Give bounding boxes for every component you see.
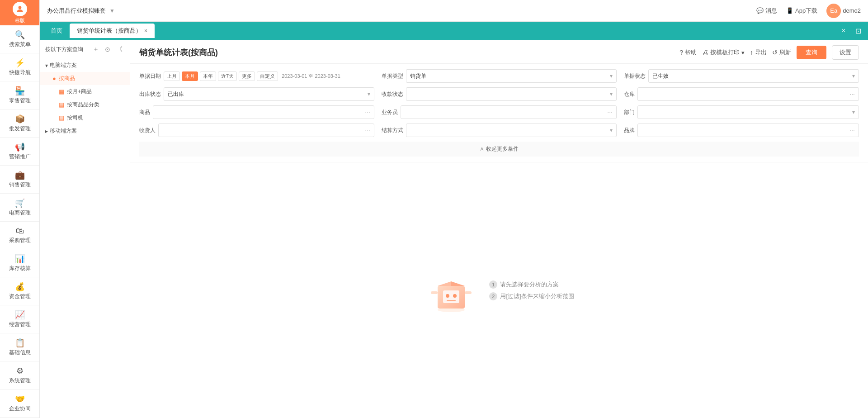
sidebar-item-quick-nav[interactable]: ⚡ 快捷导航	[0, 53, 39, 81]
collapse-filter-btn[interactable]: ∧ 收起更多条件	[139, 142, 859, 157]
payment-status-label: 收款状态	[382, 90, 403, 98]
date-btn-7days[interactable]: 近7天	[218, 71, 237, 81]
chevron-down-icon: ▾	[45, 62, 48, 69]
sidebar-item-search[interactable]: 🔍 搜索菜单	[0, 25, 39, 53]
filter-area: 单据日期 上月 本月 本年 近7天 更多 自定义 2023-03-01 至 20…	[130, 64, 868, 162]
filter-recipient: 收货人 ···	[139, 124, 374, 137]
app-download-btn[interactable]: 📱 App下载	[786, 7, 817, 15]
help-icon: ?	[679, 49, 683, 56]
sidebar-item-inventory[interactable]: 📊 库存核算	[0, 249, 39, 277]
refresh-label: 刷新	[779, 48, 791, 57]
header-right: 💬 消息 📱 App下载 Ea demo2	[756, 4, 861, 18]
warehouse-select[interactable]: ···	[637, 87, 859, 101]
salesperson-ellipsis[interactable]: ···	[607, 109, 613, 116]
header-title: 办公用品行业模拟账套	[47, 7, 106, 15]
tab-sales-stats[interactable]: 销货单统计表（按商品） ×	[70, 24, 155, 38]
filter-salesperson: 业务员 ···	[382, 105, 617, 119]
department-label: 部门	[624, 109, 635, 116]
sidebar-item-enterprise[interactable]: 🤝 企业协同	[0, 390, 39, 418]
filter-date: 单据日期 上月 本月 本年 近7天 更多 自定义 2023-03-01 至 20…	[139, 71, 374, 81]
date-buttons: 上月 本月 本年 近7天 更多 自定义	[164, 71, 278, 81]
recipient-select[interactable]: ···	[158, 124, 374, 137]
tree-item-by-product[interactable]: ● 按商品	[40, 72, 130, 85]
tree-item-by-month-product[interactable]: ▦ 按月+商品	[40, 85, 130, 98]
tab-home[interactable]: 首页	[43, 24, 70, 38]
tree-item-by-product-cat[interactable]: ▤ 按商品品分类	[40, 98, 130, 111]
set-button[interactable]: 设置	[832, 45, 859, 60]
edit-scheme-btn[interactable]: ⊙	[103, 44, 113, 54]
top-header: 办公用品行业模拟账套 ▼ 💬 消息 📱 App下载 Ea demo2	[40, 0, 868, 22]
payment-status-chevron: ▾	[610, 91, 613, 97]
department-select[interactable]: ▾	[637, 105, 859, 119]
doc-status-chevron: ▾	[852, 73, 855, 79]
payment-method-select[interactable]: ▾	[406, 124, 617, 137]
sidebar-item-label: 电商管理	[9, 209, 31, 217]
header-dropdown-btn[interactable]: ▼	[109, 8, 115, 14]
user-profile[interactable]: Ea demo2	[826, 4, 861, 18]
sidebar-item-marketing[interactable]: 📢 营销推广	[0, 138, 39, 166]
svg-point-6	[453, 294, 457, 298]
date-btn-more[interactable]: 更多	[239, 71, 255, 81]
date-range-text: 2023-03-01 至 2023-03-31	[282, 73, 340, 80]
recipient-ellipsis[interactable]: ···	[365, 127, 370, 134]
brand-select[interactable]: ···	[637, 124, 859, 137]
collapse-panel-btn[interactable]: 《	[114, 44, 124, 54]
brand-ellipsis[interactable]: ···	[849, 127, 855, 134]
export-btn[interactable]: ↑ 导出	[750, 48, 767, 57]
sidebar-item-ecommerce[interactable]: 🛒 电商管理	[0, 194, 39, 222]
date-btn-this-month[interactable]: 本月	[182, 71, 198, 81]
sidebar-item-sales[interactable]: 💼 销售管理	[0, 166, 39, 194]
department-chevron: ▾	[852, 109, 855, 115]
tab-close-all-btn[interactable]: ×	[837, 24, 850, 37]
sidebar-item-operation[interactable]: 📈 经营管理	[0, 305, 39, 333]
tab-restore-btn[interactable]: ⊡	[852, 24, 864, 37]
sidebar-item-label: 销售管理	[9, 181, 31, 189]
date-btn-custom[interactable]: 自定义	[257, 71, 278, 81]
chart-icon: 📊	[15, 254, 25, 264]
sidebar-item-basic[interactable]: 📋 基础信息	[0, 333, 39, 361]
sidebar-item-label: 采购管理	[9, 237, 31, 244]
trend-icon: 📈	[15, 310, 25, 320]
sidebar-item-label: 批发管理	[9, 125, 31, 133]
sidebar-item-label: 零售管理	[9, 97, 31, 104]
query-button[interactable]: 查询	[797, 46, 826, 59]
warehouse-label: 仓库	[624, 90, 635, 98]
svg-point-5	[446, 294, 449, 298]
payment-method-label: 结算方式	[382, 127, 403, 134]
template-print-btn[interactable]: 🖨 按模板打印 ▾	[702, 48, 745, 57]
sidebar-item-retail[interactable]: 🏪 零售管理	[0, 81, 39, 109]
tab-close-btn[interactable]: ×	[144, 28, 147, 34]
mobile-scheme-header[interactable]: ▸ 移动端方案	[40, 124, 130, 138]
sidebar-item-label: 系统管理	[9, 377, 31, 385]
add-scheme-btn[interactable]: ＋	[91, 44, 101, 54]
sidebar-item-label: 搜索菜单	[9, 41, 31, 48]
desktop-scheme-group: ▾ 电脑端方案 ● 按商品 ▦ 按月+商品 ▤ 按商品品分类	[40, 59, 130, 124]
date-btn-last-month[interactable]: 上月	[164, 71, 180, 81]
message-btn[interactable]: 💬 消息	[756, 7, 777, 15]
salesperson-select[interactable]: ···	[401, 105, 617, 119]
storage-status-select[interactable]: 已出库 ▾	[164, 87, 374, 101]
filter-warehouse: 仓库 ···	[624, 87, 859, 101]
date-btn-this-year[interactable]: 本年	[200, 71, 216, 81]
date-label: 单据日期	[139, 72, 161, 80]
sidebar-item-purchase[interactable]: 🛍 采购管理	[0, 222, 39, 249]
salesperson-label: 业务员	[382, 109, 398, 116]
filter-department: 部门 ▾	[624, 105, 859, 119]
tree-item-by-cashier[interactable]: ▤ 按司机	[40, 111, 130, 124]
refresh-btn[interactable]: ↺ 刷新	[772, 48, 791, 57]
doc-status-select[interactable]: 已生效 ▾	[648, 69, 859, 83]
doc-type-select[interactable]: 销货单 ▾	[406, 69, 617, 83]
product-select[interactable]: ···	[153, 105, 374, 119]
sidebar-item-wholesale[interactable]: 📦 批发管理	[0, 109, 39, 138]
payment-status-select[interactable]: ▾	[406, 87, 617, 101]
filter-product: 商品 ···	[139, 105, 374, 119]
sidebar-item-finance[interactable]: 💰 资金管理	[0, 277, 39, 305]
product-ellipsis[interactable]: ···	[365, 109, 370, 116]
storage-status-value: 已出库	[168, 90, 184, 98]
help-btn[interactable]: ? 帮助	[679, 48, 697, 57]
sidebar-item-system[interactable]: ⚙ 系统管理	[0, 361, 39, 390]
avatar: Ea	[826, 4, 841, 18]
money-icon: 💰	[15, 282, 25, 292]
warehouse-ellipsis[interactable]: ···	[849, 90, 855, 98]
desktop-scheme-header[interactable]: ▾ 电脑端方案	[40, 59, 130, 72]
